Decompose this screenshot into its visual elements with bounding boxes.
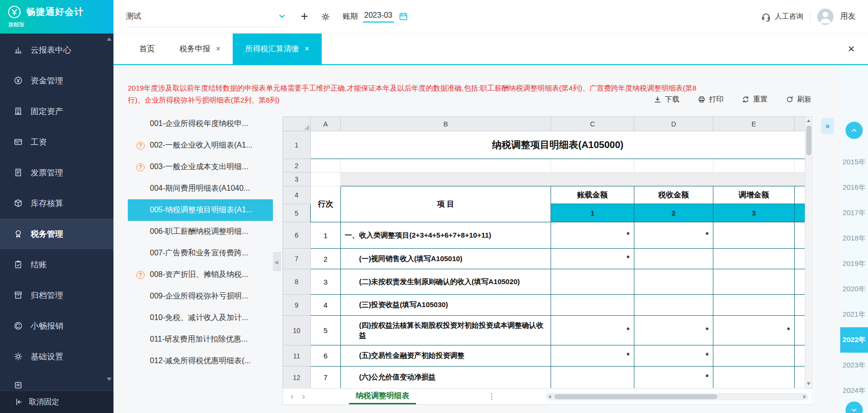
sidebar-item-cloud-reports[interactable]: 云报表中心 <box>0 34 113 65</box>
sidebar-item-archive[interactable]: 归档管理 <box>0 280 113 310</box>
select-all-corner[interactable] <box>283 117 311 131</box>
year-item[interactable]: 2024年 <box>840 378 868 403</box>
cell-line-no[interactable]: 2 <box>311 249 341 269</box>
form-list-item[interactable]: ?008-资产折旧、摊销及纳税... <box>128 264 273 286</box>
sidebar-item-partial[interactable] <box>13 380 23 390</box>
row-header[interactable]: 8 <box>283 269 311 295</box>
refresh-button[interactable]: 刷新 <box>786 95 812 104</box>
form-list-item[interactable]: 012-减免所得税优惠明细表(... <box>128 350 273 372</box>
cell-value[interactable] <box>713 269 795 295</box>
col-header[interactable]: A <box>311 117 341 131</box>
settings-gear-icon[interactable] <box>321 12 330 22</box>
col-header[interactable]: D <box>634 117 713 131</box>
cell-value[interactable]: * <box>634 222 713 249</box>
row-header[interactable]: 11 <box>283 345 311 367</box>
calendar-icon[interactable] <box>399 12 408 21</box>
sidebar-scroll-down-icon[interactable] <box>107 378 112 381</box>
close-tab-icon[interactable]: × <box>216 45 220 53</box>
cell-value[interactable] <box>634 249 713 269</box>
sidebar-item-invoices[interactable]: 发票管理 <box>0 157 113 188</box>
scroll-left-icon[interactable] <box>548 395 551 399</box>
cell-partial[interactable] <box>795 316 805 345</box>
vertical-scrollbar[interactable] <box>805 116 813 388</box>
header-num-partial[interactable] <box>795 204 805 222</box>
year-item[interactable]: 2020年 <box>840 276 868 302</box>
horizontal-scrollbar[interactable] <box>546 393 809 401</box>
sheet-title-cell[interactable]: 纳税调整项目明细表(A105000) <box>311 131 805 159</box>
expand-panel-icon[interactable]: » <box>821 118 834 134</box>
sidebar-item-fixed-assets[interactable]: 固定资产 <box>0 96 113 126</box>
scrollbar-thumb[interactable] <box>554 394 717 399</box>
sheet-tab-active[interactable]: 纳税调整明细表 <box>349 389 416 404</box>
row-header[interactable]: 3 <box>283 172 311 186</box>
col-header-partial[interactable] <box>795 117 805 131</box>
form-list-item[interactable]: 010-免税、减计收入及加计... <box>128 307 273 329</box>
col-header[interactable]: B <box>341 117 551 131</box>
user-name[interactable]: 用友 <box>840 11 856 22</box>
cell-value[interactable]: * <box>634 316 713 345</box>
cell-line-no[interactable]: 1 <box>311 222 341 249</box>
form-list-item[interactable]: 001-企业所得税年度纳税申... <box>128 113 273 135</box>
cell-value[interactable] <box>713 222 795 249</box>
year-item[interactable]: 2023年 <box>840 353 868 378</box>
cell-value[interactable]: * <box>713 316 795 345</box>
header-num3[interactable]: 3 <box>713 204 795 222</box>
cell-value[interactable] <box>551 295 634 316</box>
header-col3[interactable]: 调增金额 <box>713 186 795 204</box>
spacer-cell[interactable] <box>341 172 805 186</box>
year-item[interactable]: 2018年 <box>840 226 868 251</box>
more-icon[interactable]: ⋮ <box>488 392 496 401</box>
form-list-item[interactable]: ?002-一般企业收入明细表(A1... <box>128 135 273 156</box>
tab-tax-filing[interactable]: 税务申报 × <box>167 34 233 64</box>
human-support-button[interactable]: 人工咨询 <box>761 12 803 22</box>
cell-value[interactable] <box>713 345 795 367</box>
year-item[interactable]: 2017年 <box>840 200 868 226</box>
cell-value[interactable]: * <box>551 249 634 269</box>
header-num1[interactable]: 1 <box>551 204 634 222</box>
sidebar-item-payroll[interactable]: 工资 <box>0 126 113 157</box>
form-list-item[interactable]: 007-广告费和业务宣传费跨... <box>128 242 273 264</box>
row-header[interactable]: 2 <box>283 159 311 172</box>
cell-item[interactable]: (四)按权益法核算长期股权投资对初始投资成本调整确认收益 <box>341 316 551 345</box>
form-list-item[interactable]: 009-企业所得税弥补亏损明... <box>128 286 273 307</box>
sidebar-item-inventory[interactable]: 库存核算 <box>0 188 113 218</box>
row-header[interactable]: 9 <box>283 295 311 316</box>
sidebar-item-expense[interactable]: 小畅报销 <box>0 310 113 341</box>
cell-value[interactable] <box>713 367 795 389</box>
empty-cell[interactable] <box>713 159 795 172</box>
download-button[interactable]: 下载 <box>654 95 679 104</box>
year-scroll-up-button[interactable] <box>845 122 863 139</box>
print-button[interactable]: 打印 <box>698 95 723 104</box>
sidebar-item-tax[interactable]: 税务管理 <box>0 218 113 249</box>
form-list-item-selected[interactable]: 005-纳税调整项目明细表(A1... <box>128 199 273 221</box>
cell-partial[interactable] <box>795 367 805 389</box>
empty-cell[interactable] <box>341 159 551 172</box>
row-header[interactable]: 1 <box>283 131 311 159</box>
cell-line-no[interactable]: 6 <box>311 345 341 367</box>
cell-value[interactable]: * <box>551 222 634 249</box>
cell-value[interactable] <box>551 269 634 295</box>
empty-cell[interactable] <box>311 159 341 172</box>
empty-cell[interactable] <box>795 159 805 172</box>
scroll-right-icon[interactable] <box>803 395 806 399</box>
cell-line-no[interactable]: 5 <box>311 316 341 345</box>
cell-partial[interactable] <box>795 269 805 295</box>
row-header[interactable]: 5 <box>283 204 311 222</box>
year-item[interactable]: 2015年 <box>840 149 868 175</box>
year-item[interactable]: 2021年 <box>840 302 868 327</box>
cell-partial[interactable] <box>795 249 805 269</box>
sidebar-item-closing[interactable]: 结账 <box>0 249 113 280</box>
cell-item[interactable]: 一、收入类调整项目(2+3+4+5+6+7+8+10+11) <box>341 222 551 249</box>
header-num2[interactable]: 2 <box>634 204 713 222</box>
header-line-no[interactable]: 行次 <box>311 186 341 222</box>
empty-cell[interactable] <box>551 159 634 172</box>
cell-partial[interactable] <box>795 222 805 249</box>
avatar[interactable] <box>817 9 834 25</box>
company-select[interactable]: 测试 <box>126 6 286 27</box>
cell-line-no[interactable]: 7 <box>311 367 341 389</box>
cell-value[interactable] <box>551 367 634 389</box>
scroll-down-icon[interactable] <box>807 382 811 385</box>
year-item-active[interactable]: 2022年 <box>840 327 868 353</box>
cell-line-no[interactable]: 4 <box>311 295 341 316</box>
empty-cell[interactable] <box>311 172 341 186</box>
